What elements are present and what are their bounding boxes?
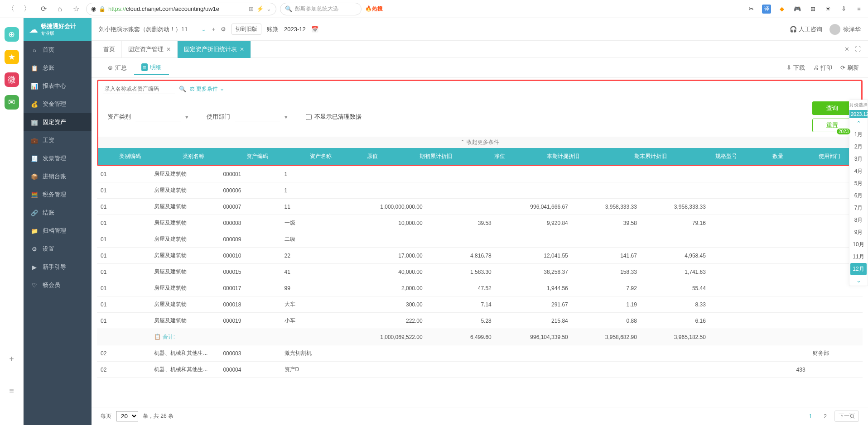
browser-toolbar: 〈 〉 ⟳ ⌂ ☆ ◉ 🔒 https://cloud.chanjet.com/… <box>0 0 868 18</box>
chevron-down-icon[interactable]: ⌄ <box>266 5 271 12</box>
search-text: 彭斯参加总统大选 <box>295 5 338 13</box>
reload-button[interactable]: ⟳ <box>37 3 50 15</box>
search-icon: 🔍 <box>285 5 292 12</box>
back-button[interactable]: 〈 <box>5 3 17 15</box>
forward-button[interactable]: 〉 <box>21 3 34 15</box>
browser-search[interactable]: 🔍 彭斯参加总统大选 <box>280 3 362 15</box>
star-button[interactable]: ☆ <box>70 3 82 15</box>
wallet-icon[interactable]: ◆ <box>777 5 786 14</box>
qr-icon[interactable]: ⊞ <box>249 5 254 12</box>
hot-badge[interactable]: 🔥热搜 <box>365 5 383 13</box>
translate-icon[interactable]: 译 <box>762 5 771 14</box>
lock-icon: 🔒 <box>99 6 106 12</box>
apps-icon[interactable]: ⊞ <box>808 5 817 14</box>
home-button[interactable]: ⌂ <box>53 3 66 15</box>
url-bar[interactable]: ◉ 🔒 https://cloud.chanjet.com/accounting… <box>86 3 276 15</box>
shield-icon: ◉ <box>91 5 96 12</box>
download-icon[interactable]: ⇩ <box>839 5 848 14</box>
game-icon[interactable]: 🎮 <box>793 5 802 14</box>
menu-icon[interactable]: ≡ <box>854 5 863 14</box>
url-text: https://cloud.chanjet.com/accounting/uw1… <box>108 5 219 12</box>
flash-icon[interactable]: ⚡ <box>256 5 264 12</box>
theme-icon[interactable]: ☀ <box>824 5 833 14</box>
scissors-icon[interactable]: ✂ <box>747 5 756 14</box>
